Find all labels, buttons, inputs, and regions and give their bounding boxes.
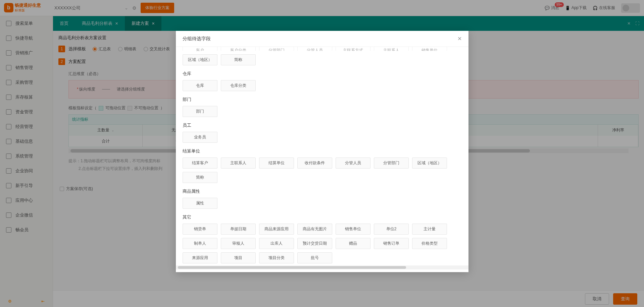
field-group-title: 部门 (183, 97, 462, 103)
field-chip[interactable]: 销售订单 (374, 238, 409, 249)
field-chip[interactable]: 主联系方式 (336, 47, 370, 51)
field-chip[interactable]: 单据日期 (221, 224, 256, 235)
field-chip[interactable]: 主联系人 (221, 158, 256, 169)
field-chip[interactable]: 制单人 (183, 238, 217, 249)
field-row-extra: 区域（地区） 简称 (183, 54, 462, 65)
field-chip[interactable]: 部门 (183, 106, 217, 117)
field-chip[interactable]: 客户分类 (221, 47, 256, 51)
field-chip[interactable]: 商品有无图片 (297, 224, 332, 235)
field-row: 属性 (183, 198, 462, 209)
field-chip[interactable]: 主联系人 (374, 47, 409, 51)
field-chip[interactable]: 简称 (183, 172, 217, 183)
field-row: 销货单单据日期商品来源应用商品有无图片销售单位单位2主计量制单人审核人出库人预计… (183, 224, 462, 263)
field-chip[interactable]: 项目 (221, 252, 256, 263)
modal-close-button[interactable]: ✕ (457, 36, 462, 42)
modal-title: 分组待选字段 (183, 36, 211, 42)
modal-header: 分组待选字段 ✕ (176, 31, 468, 47)
scrollbar-thumb[interactable] (178, 266, 406, 269)
field-chip[interactable]: 简称 (221, 54, 256, 65)
field-chip[interactable]: 分管部门 (259, 47, 294, 51)
field-chip[interactable]: 分管部门 (374, 158, 409, 169)
field-chip[interactable]: 预计交货日期 (297, 238, 332, 249)
field-chip[interactable]: 审核人 (221, 238, 256, 249)
field-chip[interactable]: 价格类型 (412, 238, 447, 249)
field-chip[interactable]: 收付款条件 (297, 158, 332, 169)
field-chip[interactable]: 销售单位 (412, 47, 447, 51)
field-chip[interactable]: 仓库 (183, 80, 217, 91)
field-chip[interactable]: 分管人员 (336, 158, 370, 169)
field-chip[interactable]: 项目分类 (259, 252, 294, 263)
field-row: 业务员 (183, 132, 462, 143)
field-row: 仓库仓库分类 (183, 80, 462, 91)
field-chip[interactable]: 销货单 (183, 224, 217, 235)
field-row-partial: 客户 客户分类 分管部门 分管人员 主联系方式 主联系人 销售单位 (183, 47, 462, 51)
field-group-title: 仓库 (183, 71, 462, 77)
field-chip[interactable]: 业务员 (183, 132, 217, 143)
field-chip[interactable]: 区域（地区） (412, 158, 447, 169)
field-chip[interactable]: 客户 (183, 47, 217, 51)
field-chip[interactable]: 商品来源应用 (259, 224, 294, 235)
field-row: 部门 (183, 106, 462, 117)
field-chip[interactable]: 仓库分类 (221, 80, 256, 91)
group-fields-modal: 分组待选字段 ✕ 客户 客户分类 分管部门 分管人员 主联系方式 主联系人 销售… (176, 31, 468, 272)
field-chip[interactable]: 出库人 (259, 238, 294, 249)
field-chip[interactable]: 批号 (297, 252, 332, 263)
field-row: 结算客户主联系人结算单位收付款条件分管人员分管部门区域（地区）简称 (183, 158, 462, 183)
field-group-title: 员工 (183, 122, 462, 128)
field-chip[interactable]: 属性 (183, 198, 217, 209)
field-group-title: 商品属性 (183, 188, 462, 194)
field-group-title: 结算单位 (183, 148, 462, 154)
field-chip[interactable]: 结算单位 (259, 158, 294, 169)
field-chip[interactable]: 主计量 (412, 224, 447, 235)
field-chip[interactable]: 区域（地区） (183, 54, 217, 65)
field-chip[interactable]: 来源应用 (183, 252, 217, 263)
field-chip[interactable]: 分管人员 (297, 47, 332, 51)
field-group-title: 其它 (183, 214, 462, 220)
modal-body: 客户 客户分类 分管部门 分管人员 主联系方式 主联系人 销售单位 区域（地区）… (176, 47, 468, 272)
field-chip[interactable]: 结算客户 (183, 158, 217, 169)
modal-horizontal-scrollbar[interactable] (176, 265, 468, 269)
field-chip[interactable]: 单位2 (374, 224, 409, 235)
field-chip[interactable]: 赠品 (336, 238, 370, 249)
field-chip[interactable]: 销售单位 (336, 224, 370, 235)
